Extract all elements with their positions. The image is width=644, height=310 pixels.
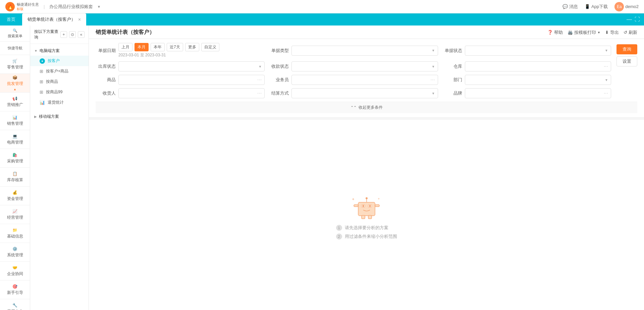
- scheme-panel-title: 按以下方案查询: [34, 29, 60, 40]
- department-select[interactable]: ▼: [465, 75, 611, 85]
- by-customer-product-icon: ⊞: [40, 69, 43, 74]
- sidebar-item-marketing[interactable]: 📢 营销推广: [0, 93, 30, 111]
- payment-select[interactable]: ▼: [291, 88, 438, 98]
- message-icon: 💬: [562, 4, 568, 9]
- scheme-item-by-product-99[interactable]: ⊞ 按商品99: [30, 87, 89, 97]
- tab-close-icon[interactable]: ×: [78, 17, 81, 22]
- out-status-select[interactable]: ▼: [118, 61, 265, 71]
- brand-dots: ···: [604, 90, 608, 96]
- svg-point-4: [369, 205, 371, 207]
- sidebar-item-finance[interactable]: 💰 资金管理: [0, 187, 30, 205]
- sidebar-item-search[interactable]: 🔍 搜索菜单: [0, 25, 30, 42]
- filter-out-status-cell: 出库状态 ▼: [96, 61, 265, 71]
- date-btn-this-month[interactable]: 本月: [135, 43, 149, 51]
- receiver-dots: ···: [257, 90, 262, 96]
- message-button[interactable]: 💬 消息: [562, 4, 578, 10]
- date-btn-7days[interactable]: 近7天: [167, 43, 183, 51]
- date-btn-last-month[interactable]: 上月: [118, 43, 132, 51]
- tab-minimize-icon[interactable]: —: [627, 16, 632, 22]
- doc-type-label: 单据类型: [269, 48, 289, 54]
- warehouse-dots: ···: [604, 63, 608, 69]
- sidebar-item-newbie[interactable]: 🎯 新手引导: [0, 280, 30, 299]
- payment-label: 结算方式: [269, 90, 289, 96]
- refresh-button[interactable]: ↺ 刷新: [624, 30, 637, 36]
- page-title: 销货单统计表（按客户）: [96, 29, 155, 36]
- date-label: 单据日期: [96, 48, 116, 54]
- salesperson-select[interactable]: ···: [291, 75, 438, 85]
- print-button[interactable]: 🖨️ 按模板打印 ▼: [568, 30, 600, 36]
- date-btn-this-year[interactable]: 本年: [151, 43, 165, 51]
- app-download-button[interactable]: 📱 App下载: [585, 4, 608, 10]
- warehouse-select[interactable]: ···: [465, 61, 611, 71]
- payment-chevron: ▼: [432, 92, 435, 95]
- purchase-icon: 🛍️: [12, 153, 17, 157]
- refresh-icon: ↺: [624, 30, 627, 35]
- sidebar-item-wholesale[interactable]: 📦 批发管理 ▲: [0, 74, 30, 93]
- doc-status-select[interactable]: ▼: [465, 46, 611, 56]
- sidebar-item-purchase[interactable]: 🛍️ 采购管理: [0, 149, 30, 168]
- doc-status-label: 单据状态: [442, 48, 462, 54]
- scheme-item-by-customer-product[interactable]: ⊞ 按客户+商品: [30, 66, 89, 76]
- sidebar-item-quick-nav[interactable]: 快捷导航: [0, 42, 30, 55]
- header-dropdown-icon[interactable]: ▼: [97, 5, 101, 9]
- return-stats-icon: 📊: [40, 100, 45, 105]
- help-button[interactable]: ❓ 帮助: [547, 30, 563, 36]
- sidebar-item-app-center[interactable]: 🔧 应用中心: [0, 299, 30, 310]
- svg-point-3: [362, 205, 364, 207]
- sidebar-item-sales[interactable]: 📊 销售管理: [0, 111, 30, 130]
- avatar: Ea: [614, 2, 624, 11]
- svg-point-6: [366, 197, 368, 199]
- scheme-group-desktop-header[interactable]: ▼ 电脑端方案: [30, 46, 89, 56]
- tab-home[interactable]: 首页: [0, 13, 22, 25]
- settings-button[interactable]: 设置: [616, 56, 637, 66]
- tab-active[interactable]: 销货单统计表（按客户） ×: [22, 13, 86, 25]
- brand-select[interactable]: ···: [465, 88, 611, 98]
- scheme-collapse-button[interactable]: «: [78, 31, 85, 38]
- filter-row-4: 收货人 ··· 结算方式 ▼: [96, 88, 611, 98]
- scheme-item-by-customer[interactable]: ● 按客户: [30, 56, 89, 66]
- export-button[interactable]: ⬇ 导出: [605, 30, 619, 36]
- date-btn-more[interactable]: 更多: [185, 43, 199, 51]
- receipt-status-select[interactable]: ▼: [291, 61, 438, 71]
- tab-expand-icon[interactable]: ⛶: [635, 16, 640, 22]
- desktop-toggle-icon: ▼: [34, 49, 38, 53]
- tip-num-1: 1: [336, 225, 342, 231]
- sidebar-item-basic[interactable]: 📁 基础信息: [0, 224, 30, 243]
- filter-doc-type-cell: 单据类型 ▼: [269, 46, 438, 56]
- svg-rect-7: [354, 205, 358, 207]
- filter-department-cell: 部门 ▼: [442, 75, 611, 85]
- system-icon: ⚙️: [12, 247, 17, 251]
- scheme-item-by-product[interactable]: ⊞ 按商品: [30, 76, 89, 87]
- sidebar-item-enterprise[interactable]: 🤝 企业协同: [0, 262, 30, 280]
- tab-bar: 首页 销货单统计表（按客户） × — ⛶: [0, 13, 644, 25]
- logo-icon: 🔥: [5, 2, 15, 11]
- svg-rect-10: [368, 215, 372, 219]
- receiver-select[interactable]: ···: [118, 88, 265, 98]
- main-content: 销货单统计表（按客户） ❓ 帮助 🖨️ 按模板打印 ▼ ⬇ 导出: [89, 25, 644, 310]
- product-label: 商品: [96, 77, 116, 83]
- filter-payment-cell: 结算方式 ▼: [269, 88, 438, 98]
- sidebar-item-inventory[interactable]: 📋 库存核算: [0, 168, 30, 187]
- out-status-label: 出库状态: [96, 63, 116, 69]
- filter-receiver-cell: 收货人 ···: [96, 88, 265, 98]
- ecommerce-icon: 💻: [12, 134, 17, 139]
- collapse-bar[interactable]: ⌃⌃ 收起更多条件: [96, 102, 637, 113]
- sidebar-item-ecommerce[interactable]: 💻 电商管理: [0, 130, 30, 149]
- retail-icon: 🛒: [12, 59, 17, 63]
- sidebar-item-operations[interactable]: 📈 经营管理: [0, 205, 30, 224]
- query-button[interactable]: 查询: [616, 44, 637, 54]
- date-btn-custom[interactable]: 自定义: [201, 43, 219, 51]
- sidebar-item-retail[interactable]: 🛒 零售管理: [0, 55, 30, 74]
- receipt-status-chevron: ▼: [432, 65, 435, 68]
- logo-area: 🔥 畅捷通好生意 标版: [5, 2, 39, 11]
- scheme-item-return-stats[interactable]: 📊 退货统计: [30, 97, 89, 108]
- sidebar-item-system[interactable]: ⚙️ 系统管理: [0, 243, 30, 262]
- user-area[interactable]: Ea demo2: [614, 2, 639, 11]
- scheme-group-mobile-header[interactable]: ▶ 移动端方案: [30, 112, 89, 121]
- scheme-add-button[interactable]: +: [60, 31, 67, 38]
- filter-section: 单据日期 上月 本月 本年 近7天 更多 自定义: [89, 39, 644, 117]
- scheme-edit-button[interactable]: ⊙: [69, 31, 76, 38]
- product-select[interactable]: ···: [118, 75, 265, 85]
- basic-icon: 📁: [12, 228, 17, 232]
- doc-type-select[interactable]: ▼: [291, 46, 438, 56]
